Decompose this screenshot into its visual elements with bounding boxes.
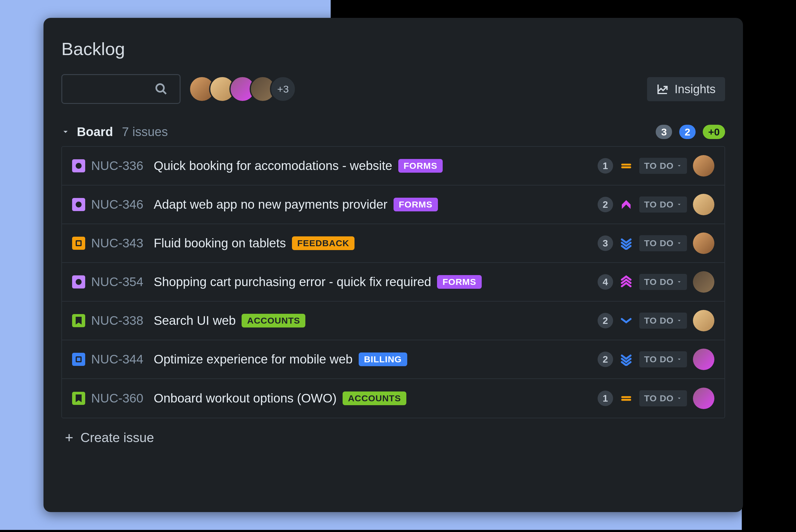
svg-point-0 (156, 84, 164, 92)
priority-icon (619, 159, 633, 173)
create-issue-label: Create issue (80, 430, 154, 445)
chevron-down-icon (677, 357, 682, 362)
chevron-down-icon (677, 163, 682, 169)
status-pill-done[interactable]: +0 (703, 125, 725, 139)
priority-icon (619, 275, 633, 289)
assignee-avatar[interactable] (693, 194, 715, 215)
issue-summary[interactable]: Shopping cart purchasing error - quick f… (154, 275, 431, 289)
section-issue-count: 7 issues (122, 125, 168, 139)
issue-row[interactable]: NUC-360Onboard workout options (OWO)ACCO… (62, 379, 724, 418)
avatar-overflow[interactable]: +3 (270, 76, 296, 102)
issue-type-icon (72, 237, 85, 250)
priority-icon (619, 391, 633, 405)
assignee-avatar[interactable] (693, 387, 715, 409)
issue-key[interactable]: NUC-336 (91, 159, 148, 173)
insights-button[interactable]: Insights (647, 77, 725, 101)
chevron-down-icon (677, 241, 682, 246)
issue-summary[interactable]: Adapt web app no new payments provider (154, 197, 388, 212)
story-points: 1 (598, 158, 613, 174)
epic-badge[interactable]: ACCOUNTS (242, 314, 306, 327)
status-pill-inprogress[interactable]: 2 (679, 125, 696, 139)
issue-key[interactable]: NUC-346 (91, 197, 148, 212)
issue-row[interactable]: NUC-338Search UI webACCOUNTS2TO DO (62, 302, 724, 340)
epic-badge[interactable]: FORMS (398, 159, 443, 173)
assignee-avatar[interactable] (693, 310, 715, 331)
chevron-down-icon (677, 396, 682, 401)
issue-type-icon (72, 353, 85, 366)
status-dropdown[interactable]: TO DO (639, 196, 687, 212)
svg-line-1 (163, 91, 166, 94)
backlog-panel: Backlog +3 Insights Board 7 issues 3 2 +… (43, 18, 743, 512)
issue-key[interactable]: NUC-338 (91, 314, 148, 328)
status-dropdown[interactable]: TO DO (639, 274, 687, 290)
issue-type-icon (72, 159, 85, 172)
assignee-filter[interactable]: +3 (189, 76, 296, 102)
issue-row[interactable]: NUC-346Adapt web app no new payments pro… (62, 186, 724, 224)
svg-rect-4 (622, 396, 631, 398)
issue-row[interactable]: NUC-354Shopping cart purchasing error - … (62, 263, 724, 302)
status-dropdown[interactable]: TO DO (639, 235, 687, 251)
priority-icon (619, 352, 633, 366)
epic-badge[interactable]: FORMS (437, 275, 481, 289)
story-points: 2 (598, 197, 613, 212)
insights-label: Insights (674, 82, 716, 96)
issue-key[interactable]: NUC-344 (91, 352, 148, 366)
priority-icon (619, 197, 633, 212)
issue-key[interactable]: NUC-343 (91, 236, 148, 250)
status-dropdown[interactable]: TO DO (639, 312, 687, 329)
status-dropdown[interactable]: TO DO (639, 390, 687, 406)
assignee-avatar[interactable] (693, 271, 715, 293)
issue-summary[interactable]: Quick booking for accomodations - websit… (154, 159, 392, 173)
chevron-down-icon (677, 318, 682, 323)
plus-icon: + (65, 431, 73, 445)
create-issue-button[interactable]: + Create issue (61, 418, 725, 445)
issue-type-icon (72, 314, 85, 327)
issue-type-icon (72, 198, 85, 211)
story-points: 3 (598, 235, 613, 251)
issue-key[interactable]: NUC-360 (91, 391, 148, 405)
section-header[interactable]: Board 7 issues 3 2 +0 (61, 125, 725, 139)
issue-summary[interactable]: Onboard workout options (OWO) (154, 391, 337, 405)
issue-type-icon (72, 276, 85, 288)
chart-icon (656, 83, 668, 95)
status-pill-todo[interactable]: 3 (656, 125, 672, 139)
priority-icon (619, 314, 633, 328)
toolbar: +3 Insights (61, 74, 725, 104)
status-dropdown[interactable]: TO DO (639, 351, 687, 367)
search-input[interactable] (61, 74, 181, 104)
assignee-avatar[interactable] (693, 155, 715, 176)
page-title: Backlog (61, 39, 725, 59)
status-dropdown[interactable]: TO DO (639, 158, 687, 174)
priority-icon (619, 236, 633, 250)
story-points: 4 (598, 274, 613, 290)
assignee-avatar[interactable] (693, 232, 715, 254)
svg-rect-5 (622, 399, 631, 401)
issue-row[interactable]: NUC-344Optimize experience for mobile we… (62, 340, 724, 379)
issue-list: NUC-336Quick booking for accomodations -… (61, 146, 725, 418)
issue-summary[interactable]: Fluid booking on tablets (154, 236, 286, 250)
epic-badge[interactable]: ACCOUNTS (343, 392, 406, 405)
story-points: 2 (598, 313, 613, 328)
issue-summary[interactable]: Search UI web (154, 314, 236, 328)
story-points: 1 (598, 391, 613, 406)
epic-badge[interactable]: FORMS (393, 198, 438, 211)
epic-badge[interactable]: BILLING (359, 353, 407, 366)
chevron-down-icon (61, 128, 70, 136)
issue-type-icon (72, 392, 85, 405)
issue-row[interactable]: NUC-336Quick booking for accomodations -… (62, 147, 724, 186)
issue-summary[interactable]: Optimize experience for mobile web (154, 352, 353, 366)
issue-row[interactable]: NUC-343Fluid booking on tabletsFEEDBACK3… (62, 224, 724, 263)
story-points: 2 (598, 352, 613, 367)
chevron-down-icon (677, 279, 682, 285)
assignee-avatar[interactable] (693, 348, 715, 370)
issue-key[interactable]: NUC-354 (91, 275, 148, 289)
section-name: Board (77, 125, 113, 139)
epic-badge[interactable]: FEEDBACK (292, 236, 355, 250)
svg-rect-2 (622, 164, 631, 166)
search-icon (154, 82, 168, 96)
chevron-down-icon (677, 202, 682, 207)
svg-rect-3 (622, 166, 631, 168)
